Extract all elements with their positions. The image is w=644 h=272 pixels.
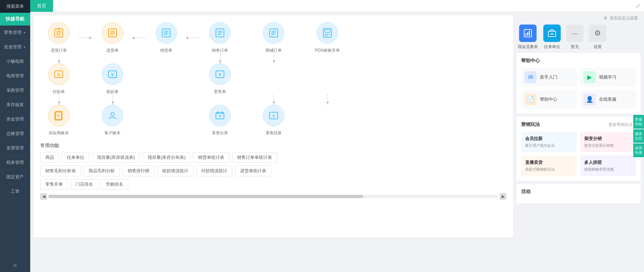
sidebar-item-tax[interactable]: 税务管理 [0,155,30,170]
scroll-thumb[interactable] [48,195,363,198]
func-btn-sales-rank[interactable]: 销售排行榜 [123,166,154,176]
node-mall-order-label: 商城订单 [266,48,282,53]
help-item-video[interactable]: ▶ 视频学习 [580,68,636,87]
func-btn-sales-gross[interactable]: 销售毛利分析表 [40,166,81,176]
func-btn-retail-order[interactable]: 零售开单 [40,179,68,190]
tab-home[interactable]: 首页 [30,0,53,12]
sidebar-item-invoice[interactable]: 发票管理 [0,141,30,155]
scroll-bar[interactable]: ◀ ▶ [40,193,506,200]
sidebar-item-inventory[interactable]: 库存核算 [0,98,30,112]
node-supplier-account[interactable]: 供应商账本 [40,105,77,136]
node-retail-order[interactable]: ¥ 零售单 [201,63,238,95]
supplier-account-icon [48,105,70,126]
group-title: 多人拼团 [584,160,632,166]
sidebar-item-wholesale[interactable]: 批发管理 ▼ [0,40,30,54]
node-customer-account[interactable]: 客户账本 [94,105,131,136]
customize-link[interactable]: ⚙ 首页自定义设置 [516,15,641,21]
node-sales-order[interactable]: 销售订单 [201,22,238,53]
marketing-panel: 营销玩法 更多营销玩法 > 会员拉新 吸引用户成为会员 裂变分销 裂变式发展分销… [516,117,641,181]
settings-label: 设置 [594,44,602,50]
vc-mall-order [255,53,292,63]
vc-pos [309,53,346,58]
flow-row-3: 供应商账本 客户 [40,105,506,136]
sidebar-item-xiaochang[interactable]: 小畅电商 [0,54,30,69]
quick-icon-settings[interactable]: ⚙ 设置 [589,25,606,50]
node-pos[interactable]: POS收银开单 [309,22,346,53]
marketing-fission[interactable]: 裂变分销 裂变式发展分销商 [580,132,636,152]
quick-icon-none[interactable]: — 暂无 [566,25,584,50]
customer-service-btn[interactable]: 客服热线 [633,115,644,129]
func-btn-goods[interactable]: 商品 [40,152,59,163]
flow-diagram: 进货订单 [40,22,506,136]
sidebar-item-ecom[interactable]: 电商管理 [0,69,30,83]
svg-rect-45 [529,31,530,36]
node-purchase-order[interactable]: 进货订单 [40,22,77,53]
quick-icon-units[interactable]: 往来单位 [543,25,561,50]
scroll-track[interactable] [48,195,498,198]
help-item-help[interactable]: 📄 帮助中心 [521,90,577,109]
scroll-right-btn[interactable]: ▶ [500,193,506,200]
service-community-btn[interactable]: 服务社区 [633,129,644,143]
sidebar: 搜索菜单 快捷导航 零售管理 ▼ 批发管理 ▼ 小畅电商 电商管理 采购管理 库… [0,0,30,272]
node-payment[interactable]: ¥ 付款单 [40,63,77,95]
func-btn-sales-stat[interactable]: 销货单统计表 [193,152,229,163]
func-btn-goods-gross[interactable]: 商品毛利分析 [84,166,120,176]
func-btn-purchase-stat[interactable]: 进货单统计表 [235,166,271,176]
chat-label: 在线客服 [599,96,616,102]
quick-icons: 现金流量表 往来单位 — [516,25,641,50]
node-retail-out[interactable]: 零售出库 [201,105,238,136]
func-btn-units[interactable]: 往来单位 [62,152,89,163]
marketing-live[interactable]: 直播卖货 场景式购物新玩法 [521,155,577,176]
chat-icon: 👤 [584,93,596,105]
marketing-group[interactable]: 多人拼团 拼团购物享受优惠 [580,155,636,176]
marketing-member[interactable]: 会员拉新 吸引用户成为会员 [521,132,577,152]
marketing-header: 营销玩法 更多营销玩法 > [521,122,636,128]
node-receipt[interactable]: ¥ 收款单 [94,63,131,95]
node-purchase-bill-label: 进货单 [106,48,119,53]
svg-text:¥: ¥ [57,72,60,77]
node-retail-settle[interactable]: ¥ 零售结算 [255,105,292,136]
func-btn-receipt-stat[interactable]: 收款情况统计 [157,166,193,176]
sidebar-item-ledger[interactable]: 总账管理 [0,127,30,141]
search-menu[interactable]: 搜索菜单 [0,0,30,13]
expand-icon[interactable]: ⤢ [632,3,644,9]
chevron-down-icon: ▼ [23,45,26,49]
member-title: 会员拉新 [525,136,573,142]
units-label: 往来单位 [544,44,560,50]
node-sales-bill[interactable]: 销货单 [148,22,185,53]
floating-buttons: 客服热线 服务社区 桌面快捷 [633,115,644,157]
arrow-1 [77,38,94,38]
desktop-shortcut-btn[interactable]: 桌面快捷 [633,143,644,157]
common-functions: 常用功能 商品 往来单位 现存量(库存状况表) 现存量(库存分布表) 销货单统计… [40,143,506,200]
sidebar-settings[interactable]: ⚙ [0,259,30,272]
sidebar-item-purchase[interactable]: 采购管理 [0,83,30,98]
func-btn-payment-stat[interactable]: 付款情况统计 [196,166,232,176]
fission-title: 裂变分销 [584,136,632,142]
help-item-chat[interactable]: 👤 在线客服 [580,90,636,109]
sidebar-item-salary[interactable]: 工资 [0,184,30,199]
arrow-3 [185,38,201,38]
func-btn-stock-dist[interactable]: 现存量(库存分布表) [143,152,191,163]
func-btn-stock-status[interactable]: 现存量(库存状况表) [92,152,140,163]
func-row-2: 销售毛利分析表 商品毛利分析 销售排行榜 收款情况统计 付款情况统计 进货单统计… [40,166,506,176]
more-marketing-link[interactable]: 更多营销玩法 > [608,122,636,128]
quick-icon-cashflow[interactable]: 现金流量表 [518,25,538,50]
help-item-beginner[interactable]: ✉ 新手入门 [521,68,577,87]
node-purchase-order-label: 进货订单 [51,48,67,53]
svg-text:¥: ¥ [272,114,275,119]
func-btn-store-rank[interactable]: 门店排名 [71,179,98,190]
func-btn-guide-rank[interactable]: 导购排名 [101,179,128,190]
func-btn-sales-order-stat[interactable]: 销售订单单统计表 [232,152,277,163]
func-row-1: 商品 往来单位 现存量(库存状况表) 现存量(库存分布表) 销货单统计表 销售订… [40,152,506,163]
cashflow-icon-box [519,25,537,42]
sidebar-item-retail[interactable]: 零售管理 ▼ [0,26,30,40]
none-icon-box: — [566,25,584,42]
flow-row-1: 进货订单 [40,22,506,53]
sidebar-item-finance[interactable]: 资金管理 [0,112,30,127]
scroll-left-btn[interactable]: ◀ [40,193,47,200]
customer-account-icon [102,105,123,126]
sidebar-item-assets[interactable]: 固定资产 [0,170,30,184]
vc-sales-order [201,53,238,63]
node-purchase-bill[interactable]: 进货单 [94,22,131,53]
node-mall-order[interactable]: 商城订单 [255,22,292,53]
